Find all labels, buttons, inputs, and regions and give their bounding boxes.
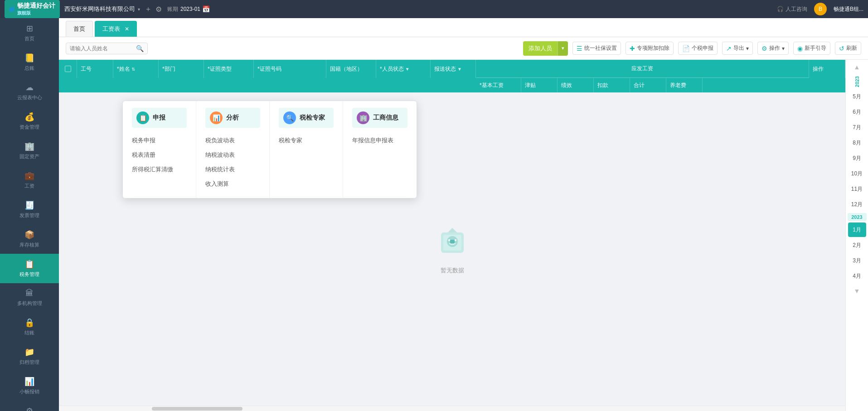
- search-icon: 🔍: [136, 45, 144, 52]
- sidebar-item-closing[interactable]: 🔒 结账: [0, 312, 59, 342]
- cal-month-7[interactable]: 7月: [848, 120, 866, 135]
- sidebar-item-multi-org[interactable]: 🏛 多机构管理: [0, 283, 59, 312]
- cal-month-8[interactable]: 8月: [848, 135, 866, 150]
- cal-month-1[interactable]: 1月: [848, 222, 866, 237]
- search-box[interactable]: 🔍: [66, 43, 148, 54]
- svg-rect-3: [450, 240, 455, 243]
- operation-icon: ⚙: [761, 45, 767, 52]
- sidebar-item-home[interactable]: ⊞ 首页: [0, 18, 59, 48]
- th-name: *姓名 ⇅: [113, 60, 159, 78]
- cal-month-9[interactable]: 9月: [848, 151, 866, 165]
- empty-text: 暂无数据: [441, 266, 464, 275]
- th-checkbox[interactable]: [59, 60, 77, 78]
- home-icon: ⊞: [26, 24, 33, 34]
- year-label-top: 2023: [854, 74, 860, 89]
- headset-icon: 🎧: [777, 6, 784, 12]
- service-button[interactable]: 🎧 人工咨询: [777, 5, 807, 13]
- cal-month-12[interactable]: 12月: [848, 197, 866, 212]
- sidebar-item-fixed-assets[interactable]: 🏢 固定资产: [0, 136, 59, 165]
- th-person-status: *人员状态 ▼: [376, 60, 431, 78]
- cal-month-4[interactable]: 4月: [848, 269, 866, 283]
- dropdown-col-business-info: 🏢 工商信息 年报信息申报表: [343, 101, 417, 198]
- export-icon: ↗: [726, 45, 732, 52]
- add-person-button[interactable]: 添加人员: [523, 41, 558, 56]
- send-filter-icon[interactable]: ▼: [457, 67, 462, 72]
- calendar-down-button[interactable]: ▼: [850, 284, 864, 298]
- sidebar-item-basic-settings[interactable]: ⚙ 基础设置: [0, 401, 59, 411]
- multi-org-icon: 🏛: [25, 289, 34, 298]
- social-insurance-button[interactable]: ☰ 统一社保设置: [572, 42, 621, 55]
- sidebar-item-cloud-report[interactable]: ☁ 云报表中心: [0, 77, 59, 106]
- period-value: 2023-01: [180, 6, 200, 12]
- refresh-button[interactable]: ↺ 刷新: [835, 42, 861, 55]
- dropdown-item-tax-payment-fluctuation[interactable]: 纳税波动表: [205, 148, 260, 162]
- logo-name: 畅捷通好会计: [17, 2, 55, 10]
- sort-icon[interactable]: ⇅: [131, 67, 135, 72]
- th-id-num: *证照号码: [254, 60, 326, 78]
- cal-month-3[interactable]: 3月: [848, 253, 866, 268]
- search-input[interactable]: [70, 45, 133, 52]
- dropdown-menu: 📋 申报 税务申报 税表清册 所得税汇算清缴 📊: [122, 101, 417, 198]
- dropdown-item-tax-declaration[interactable]: 税务申报: [132, 133, 187, 148]
- sidebar-item-tax-mgmt[interactable]: 📋 税务管理: [0, 254, 59, 283]
- sidebar-item-inventory[interactable]: 📦 库存核算: [0, 224, 59, 254]
- filter-icon[interactable]: ▼: [405, 67, 410, 72]
- svg-point-4: [448, 239, 450, 241]
- cal-month-5[interactable]: 5月: [848, 89, 866, 104]
- toolbar: 🔍 添加人员 ▾ ☰ 统一社保设置 ✚ 专项附加扣除 📄 个税申报: [59, 37, 868, 60]
- dropdown-item-tax-stats[interactable]: 纳税统计表: [205, 162, 260, 177]
- calendar-panel: ▲ 2023 5月 6月 7月 8月 9月 10月 11月 12月 2023 1…: [845, 60, 868, 411]
- app-logo: 🌀 畅捷通好会计 旗舰版: [5, 0, 60, 18]
- calendar-icon[interactable]: 📅: [202, 5, 210, 13]
- sidebar-item-invoice[interactable]: 🧾 发票管理: [0, 195, 59, 224]
- sidebar-item-archive[interactable]: 📁 归档管理: [0, 342, 59, 371]
- cal-month-6[interactable]: 6月: [848, 105, 866, 119]
- add-button[interactable]: ＋: [145, 5, 152, 14]
- export-button[interactable]: ↗ 导出 ▾: [722, 42, 753, 55]
- top-bar-right: 🎧 人工咨询 B 畅捷通B组...: [777, 3, 863, 15]
- special-deduct-button[interactable]: ✚ 专项附加扣除: [626, 42, 674, 55]
- refresh-icon: ↺: [839, 45, 844, 52]
- svg-point-5: [455, 239, 456, 241]
- cal-month-2[interactable]: 2月: [848, 238, 866, 252]
- payroll-icon: 💼: [24, 171, 34, 181]
- operation-button[interactable]: ⚙ 操作 ▾: [757, 42, 789, 55]
- sidebar-item-general-ledger[interactable]: 📒 总账: [0, 48, 59, 77]
- table-header: 工号 *姓名 ⇅ *部门 *证照类型 *证照号码: [59, 60, 845, 92]
- sidebar-item-xiaochang[interactable]: 📊 小畅报销: [0, 371, 59, 401]
- funds-icon: 💰: [24, 112, 34, 122]
- report-icon: 📊: [24, 377, 34, 387]
- th-subsidy: 津贴: [521, 78, 558, 92]
- user-name[interactable]: 畅捷通B组...: [834, 5, 863, 13]
- dropdown-item-income-estimate[interactable]: 收入测算: [205, 177, 260, 191]
- cal-month-10[interactable]: 10月: [848, 166, 866, 181]
- sidebar-item-funds[interactable]: 💰 资金管理: [0, 106, 59, 136]
- tab-home[interactable]: 首页: [66, 21, 93, 37]
- sidebar-item-payroll[interactable]: 💼 工资: [0, 165, 59, 195]
- cal-month-11[interactable]: 11月: [848, 182, 866, 196]
- social-insurance-icon: ☰: [577, 45, 582, 52]
- select-all-checkbox[interactable]: [65, 66, 71, 72]
- add-person-dropdown-button[interactable]: ▾: [558, 41, 568, 56]
- tax-return-button[interactable]: 📄 个税申报: [678, 42, 718, 55]
- calendar-up-button[interactable]: ▲: [850, 60, 864, 74]
- dropdown-item-annual-report[interactable]: 年报信息申报表: [352, 133, 407, 148]
- scroll-bar[interactable]: [59, 406, 845, 411]
- dropdown-item-tax-expert[interactable]: 税检专家: [279, 133, 334, 148]
- table-calendar-wrapper: 工号 *姓名 ⇅ *部门 *证照类型 *证照号码: [59, 60, 868, 411]
- tab-close-icon[interactable]: ✕: [125, 26, 129, 32]
- inventory-icon: 📦: [24, 230, 34, 240]
- add-person-button-group[interactable]: 添加人员 ▾: [523, 41, 568, 56]
- dropdown-item-tax-fluctuation[interactable]: 税负波动表: [205, 133, 260, 148]
- dropdown-item-income-tax[interactable]: 所得税汇算清缴: [132, 162, 187, 177]
- dropdown-item-tax-book[interactable]: 税表清册: [132, 148, 187, 162]
- table-subheader: *基本工资 津贴 绩效 扣款 合计: [77, 78, 845, 92]
- settings-button[interactable]: ⚙: [155, 5, 162, 14]
- logo-sub: 旗舰版: [17, 10, 55, 16]
- company-selector[interactable]: 西安虾米网络科技有限公司 ▾: [64, 5, 140, 13]
- tax-icon: 📋: [24, 259, 34, 269]
- th-base-salary: *基本工资: [476, 78, 521, 92]
- scroll-thumb[interactable]: [152, 407, 242, 411]
- tab-payroll[interactable]: 工资表 ✕: [95, 21, 137, 37]
- guide-button[interactable]: ◉ 新手引导: [793, 42, 830, 55]
